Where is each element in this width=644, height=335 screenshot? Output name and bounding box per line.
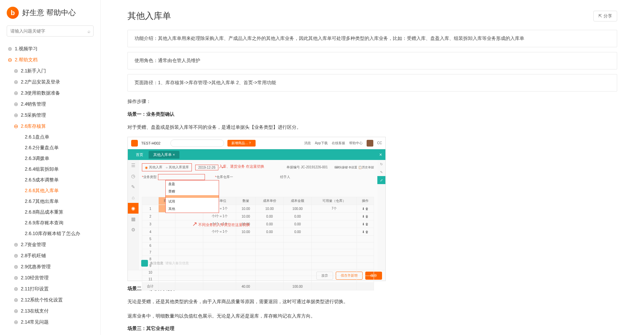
logo-icon: b: [7, 7, 19, 19]
nav-label: 2.6.1盘点单: [25, 134, 49, 140]
ss-value: JC-20191226-001: [301, 165, 328, 169]
ss-note-icon: [141, 260, 148, 267]
ss-link: App下载: [315, 141, 328, 146]
ss-label: 历史单据: [362, 166, 374, 169]
nav-label: 2.6.4组装拆卸单: [25, 166, 59, 172]
nav-label: 2.12系统个性化设置: [21, 297, 63, 303]
nav-2-10[interactable]: ⊕2.10经营管理: [13, 272, 94, 283]
plus-icon: ⊕: [7, 46, 13, 52]
ss-dd-item: 受赠: [166, 188, 219, 195]
nav-2-13[interactable]: ⊕2.13在线支付: [13, 305, 94, 317]
scene1-text: 对于受赠、盘盈或是拆装入库等不同的业务，是通过单据头【业务类型】进行区分。: [127, 123, 617, 132]
intro-text: 其他入库单用来处理除采购入库、产成品入库之外的其他入库业务，因此其他入库单可处理…: [158, 36, 524, 41]
share-button[interactable]: ⇱分享: [593, 11, 617, 21]
ss-avatar-icon: [367, 140, 373, 147]
ss-test-id: TEST-H002: [141, 141, 160, 145]
nav-2-1[interactable]: ⊕2.1新手入门: [13, 65, 94, 76]
ss-tab-form: 其他入库单 ×: [149, 151, 179, 159]
plus-icon: ⊕: [13, 308, 19, 314]
plus-icon: ⊕: [13, 253, 19, 259]
scene3-title: 场景三：其它业务处理: [127, 326, 617, 332]
ss-logo-icon: [131, 140, 138, 147]
ss-link: 在线客服: [332, 141, 345, 146]
nav-2-6[interactable]: ⊖2.6库存核算: [13, 121, 94, 132]
scene2-text2: 退库业务中，明细数量均以负值红色展示。无论是入库还是退库，库存账均记在入库方向。: [127, 312, 617, 321]
nav-2-5[interactable]: ⊕2.5采购管理: [13, 110, 94, 121]
nav-label: 2.6.2分量盘点单: [25, 145, 59, 151]
plus-icon: ⊕: [13, 286, 19, 292]
ss-rb-icon: ✎: [377, 168, 385, 176]
nav-label: 2.13在线支付: [21, 308, 49, 314]
ss-search-input: [170, 139, 224, 147]
role-text: 通常由仓管人员维护: [158, 58, 200, 63]
nav-docs[interactable]: ⊖2.帮助文档: [7, 54, 94, 65]
nav-2-6-2[interactable]: 2.6.2分量盘点单: [25, 143, 94, 153]
intro-label: 功能介绍：: [135, 36, 158, 41]
nav-label: 2.2产品安装及登录: [21, 79, 60, 85]
ss-annotation: ↗ 不同业务的入库类型在这里切换: [192, 220, 250, 228]
nav-label: 2.14常见问题: [21, 319, 49, 325]
nav-label: 2.1新手入门: [21, 68, 46, 74]
nav-2-8[interactable]: ⊕2.8手机旺铺: [13, 250, 94, 261]
ss-dropdown: 盘盈 受赠 试用 其他: [165, 180, 219, 213]
nav-label: 2.6.6其他入库单: [25, 188, 59, 194]
search-input[interactable]: [7, 25, 94, 37]
path-label: 页面路径：: [135, 80, 158, 85]
nav-2-9[interactable]: ⊕2.9优惠券管理: [13, 261, 94, 272]
nav-2-6-9[interactable]: 2.6.9库存账本查询: [25, 218, 94, 228]
sidebar: b 好生意 帮助中心 ⌕ ⊕1.视频学习 ⊖2.帮助文档 ⊕2.1新手入门 ⊕2…: [0, 0, 101, 335]
nav-2-4[interactable]: ⊕2.4销售管理: [13, 99, 94, 110]
ss-rb-icon: ↻: [377, 160, 385, 168]
ss-link: CC: [377, 141, 382, 145]
ss-rb-icon: ⤢: [377, 176, 385, 184]
nav-video[interactable]: ⊕1.视频学习: [7, 43, 94, 54]
ss-side-icon: ◉: [128, 203, 139, 214]
ss-dd-item: 其他: [166, 205, 219, 213]
nav-2-6-7[interactable]: 2.6.7其他出库单: [25, 196, 94, 207]
nav-label: 2.6.8商品成本重算: [25, 209, 63, 215]
plus-icon: ⊕: [13, 90, 19, 96]
nav-label: 2.9优惠券管理: [21, 264, 51, 270]
nav-2-6-8[interactable]: 2.6.8商品成本重算: [25, 207, 94, 218]
nav-2-6-5[interactable]: 2.6.5成本调整单: [25, 175, 94, 185]
ss-label: 设置: [351, 166, 357, 169]
nav-2-6-10[interactable]: 2.6.10库存账本错了怎么办: [25, 228, 94, 239]
nav-2-6-4[interactable]: 2.6.4组装拆卸单: [25, 164, 94, 175]
nav-2-11[interactable]: ⊕2.11打印设置: [13, 283, 94, 294]
ss-placeholder: 请输入备注信息: [165, 261, 189, 266]
nav-label: 2.10经营管理: [21, 275, 49, 281]
nav-label: 2.5采购管理: [21, 112, 46, 118]
page-title: 其他入库单: [127, 10, 171, 22]
plus-icon: ⊕: [13, 101, 19, 107]
search-icon[interactable]: ⌕: [88, 29, 90, 34]
ss-side-icon: ◷: [128, 171, 139, 181]
nav-2-14[interactable]: ⊕2.14常见问题: [13, 317, 94, 328]
share-icon: ⇱: [598, 13, 602, 18]
nav-2-6-6[interactable]: 2.6.6其他入库单: [25, 185, 94, 196]
role-box: 使用角色：通常由仓管人员维护: [127, 52, 617, 69]
ss-dd-item: [166, 195, 219, 198]
logo-area: b 好生意 帮助中心: [7, 7, 94, 19]
nav-label: 2.11打印设置: [21, 286, 49, 292]
path-text: 1、库存核算->库存管理->其他入库单 2、首页->常用功能: [158, 80, 276, 85]
nav-2-6-3[interactable]: 2.6.3调拨单: [25, 153, 94, 164]
nav-2-6-1[interactable]: 2.6.1盘点单: [25, 132, 94, 143]
nav-2-2[interactable]: ⊕2.2产品安装及登录: [13, 76, 94, 88]
ss-link: 帮助中心: [349, 141, 363, 146]
minus-icon: ⊖: [7, 57, 13, 63]
ss-link: 消息: [304, 141, 311, 146]
nav-2-3[interactable]: ⊕2.3使用前数据准备: [13, 88, 94, 99]
ss-radio-label: 其他入库: [149, 165, 162, 170]
nav-2-12[interactable]: ⊕2.12系统个性化设置: [13, 294, 94, 305]
plus-icon: ⊕: [13, 112, 19, 118]
nav-label: 2.6库存核算: [21, 123, 46, 129]
nav-label: 2.6.5成本调整单: [25, 177, 59, 183]
ss-label: 经手人: [280, 175, 290, 179]
ss-dd-item: 试用: [166, 198, 219, 205]
nav-2-7[interactable]: ⊕2.7资金管理: [13, 239, 94, 250]
nav-label: 2.6.7其他出库单: [25, 199, 59, 205]
plus-icon: ⊕: [13, 297, 19, 303]
path-box: 页面路径：1、库存核算->库存管理->其他入库单 2、首页->常用功能: [127, 74, 617, 92]
nav-label: 2.4销售管理: [21, 101, 46, 107]
ss-label: 业务类型: [143, 175, 157, 179]
